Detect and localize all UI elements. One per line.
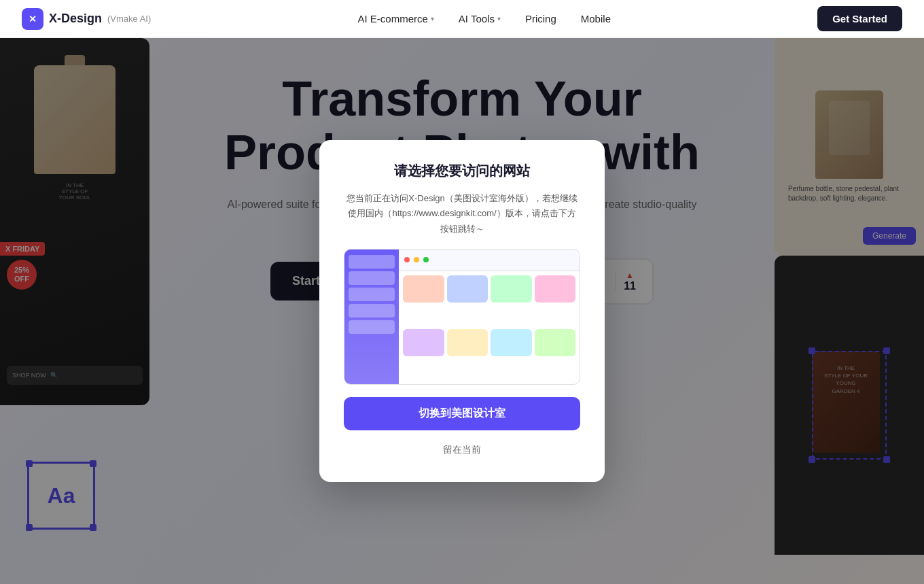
nav-item-mobile[interactable]: Mobile xyxy=(581,10,611,27)
ss-sidebar-item xyxy=(349,271,395,285)
chevron-down-icon: ▾ xyxy=(431,15,434,22)
dot-green xyxy=(423,257,429,262)
ss-card xyxy=(403,329,444,356)
stay-current-button[interactable]: 留在当前 xyxy=(344,437,580,463)
nav-item-ecommerce[interactable]: AI E-commerce ▾ xyxy=(357,10,433,27)
ss-card xyxy=(535,329,576,356)
chevron-down-icon: ▾ xyxy=(497,15,501,22)
nav-links: AI E-commerce ▾ AI Tools ▾ Pricing Mobil… xyxy=(357,10,611,27)
switch-website-button[interactable]: 切换到美图设计室 xyxy=(344,397,580,430)
ss-sidebar-item xyxy=(349,320,395,334)
nav-label-ecommerce: AI E-commerce xyxy=(357,13,427,24)
modal-title: 请选择您要访问的网站 xyxy=(344,162,580,180)
ss-card xyxy=(491,275,532,303)
modal-dialog: 请选择您要访问的网站 您当前正在访问X-Design（美图设计室海外版），若想继… xyxy=(319,140,605,481)
ss-card xyxy=(447,329,488,356)
nav-item-tools[interactable]: AI Tools ▾ xyxy=(459,10,501,27)
ss-card xyxy=(403,275,444,303)
ss-sidebar-item xyxy=(349,288,395,301)
logo-area: ✕ X-Design (Vmake AI) xyxy=(22,8,151,30)
dot-red xyxy=(404,257,410,262)
nav-label-pricing: Pricing xyxy=(525,13,556,24)
get-started-button[interactable]: Get Started xyxy=(817,6,902,31)
nav-label-mobile: Mobile xyxy=(581,13,611,24)
logo-text: X-Design xyxy=(49,12,102,26)
nav-label-tools: AI Tools xyxy=(459,13,495,24)
logo-icon: ✕ xyxy=(22,8,43,30)
ss-card xyxy=(535,275,576,303)
modal-body: 您当前正在访问X-Design（美图设计室海外版），若想继续使用国内（https… xyxy=(344,191,580,236)
screenshot-content xyxy=(399,271,580,384)
ss-sidebar-item xyxy=(349,255,395,269)
main-area: IN THESTYLE OFYOUR SOUL X FRIDAY 25%OFF … xyxy=(0,38,924,584)
navbar: ✕ X-Design (Vmake AI) AI E-commerce ▾ AI… xyxy=(0,0,924,38)
logo-subtitle: (Vmake AI) xyxy=(107,14,151,24)
modal-overlay: 请选择您要访问的网站 您当前正在访问X-Design（美图设计室海外版），若想继… xyxy=(0,38,924,584)
ss-card xyxy=(447,275,488,303)
ss-card xyxy=(491,329,532,356)
ss-sidebar-item xyxy=(349,304,395,317)
screenshot-topbar xyxy=(399,250,580,271)
screenshot-sidebar xyxy=(344,250,399,384)
screenshot-inner xyxy=(344,250,580,384)
nav-item-pricing[interactable]: Pricing xyxy=(525,10,556,27)
modal-screenshot-preview xyxy=(344,249,580,385)
dot-yellow xyxy=(414,257,419,262)
